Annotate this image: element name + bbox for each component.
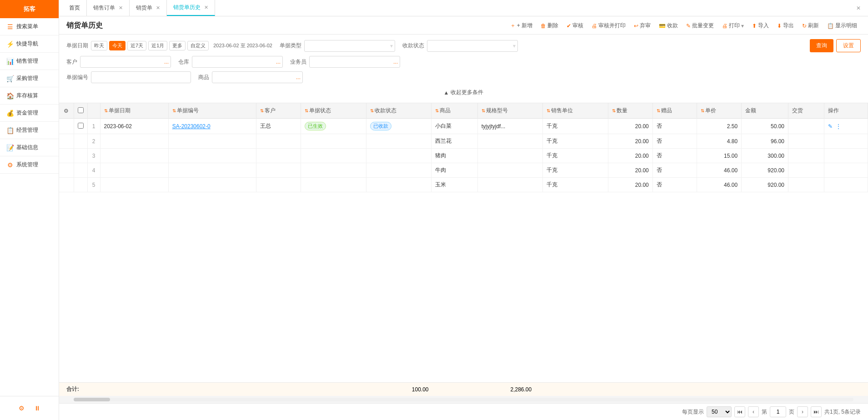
pay-status-input[interactable] (429, 40, 513, 51)
docno-link-0[interactable]: SA-20230602-0 (172, 123, 211, 130)
row-select-checkbox[interactable] (78, 123, 84, 129)
row-checkbox-1[interactable] (74, 134, 87, 149)
new-icon: ＋ (510, 22, 516, 30)
sidebar-item-operation[interactable]: 📋 经营管理 (0, 122, 59, 139)
prev-page-button[interactable]: ‹ (748, 406, 759, 417)
tab-home[interactable]: 首页 (63, 0, 87, 16)
new-button[interactable]: ＋ + 新增 (507, 20, 536, 31)
warehouse-input[interactable] (194, 56, 276, 67)
row-docno-0[interactable]: SA-20230602-0 (168, 119, 256, 134)
col-unit[interactable]: ⇅销售单位 (543, 103, 608, 119)
docno-input[interactable] (91, 71, 191, 83)
row-checkbox-3[interactable] (74, 163, 87, 178)
sidebar-item-inventory[interactable]: 🏠 库存核算 (0, 87, 59, 105)
tab-sales-goods[interactable]: 销货单 ✕ (130, 0, 167, 16)
date-btn-custom[interactable]: 自定义 (187, 41, 209, 50)
warehouse-dotdot-btn[interactable]: ... (276, 59, 281, 65)
row-checkbox-4[interactable] (74, 178, 87, 192)
export-button[interactable]: ⬇ 导出 (773, 20, 798, 31)
row-docno-2[interactable] (168, 149, 256, 163)
next-page-button[interactable]: › (797, 406, 808, 417)
query-button[interactable]: 查询 (810, 39, 833, 52)
date-btn-today[interactable]: 今天 (109, 41, 125, 50)
col-customer[interactable]: ⇅客户 (256, 103, 301, 119)
basic-info-icon: 📝 (6, 144, 14, 151)
page-number-input[interactable] (770, 406, 786, 417)
show-detail-button[interactable]: 📋 显示明细 (823, 20, 861, 31)
row-docno-4[interactable] (168, 178, 256, 192)
col-settings[interactable]: ⚙ (59, 103, 74, 119)
col-doc-status[interactable]: ⇅单据状态 (301, 103, 366, 119)
sidebar-item-sys-mgmt[interactable]: ⚙ 系统管理 (0, 156, 59, 174)
tab-sales-goods-close[interactable]: ✕ (156, 5, 160, 11)
row-unit-0: 千克 (543, 119, 608, 134)
collect-button[interactable]: 💳 收款 (655, 20, 682, 31)
sidebar-item-finance[interactable]: 💰 资金管理 (0, 105, 59, 122)
audit-button[interactable]: ✔ 审核 (563, 20, 587, 31)
sidebar-item-quick-nav[interactable]: ⚡ 快捷导航 (0, 35, 59, 53)
print-button[interactable]: 🖨 打印 ▾ (718, 20, 748, 31)
salesman-dotdot-btn[interactable]: ... (393, 59, 398, 65)
tab-bar-close-all[interactable]: ✕ (853, 3, 864, 13)
sidebar-item-basic-info[interactable]: 📝 基础信息 (0, 139, 59, 156)
salesman-input[interactable] (311, 56, 393, 67)
import-button[interactable]: ⬆ 导入 (748, 20, 773, 31)
abandon-button[interactable]: ↩ 弃审 (630, 20, 654, 31)
row-actions-3 (824, 163, 868, 178)
tab-sales-order[interactable]: 销售订单 ✕ (87, 0, 130, 16)
row-detail-icon-0[interactable]: ⋮ (836, 123, 841, 130)
customer-dotdot-btn[interactable]: ... (164, 59, 169, 65)
delete-button[interactable]: 🗑 删除 (537, 20, 562, 31)
col-goods[interactable]: ⇅商品 (431, 103, 478, 119)
first-page-button[interactable]: ⏮ (734, 406, 745, 417)
doc-status-badge-0: 已生效 (305, 122, 326, 130)
tab-sales-history-close[interactable]: ✕ (204, 5, 208, 10)
sidebar-item-search-menu[interactable]: ☰ 搜索菜单 (0, 18, 59, 35)
data-table: ⚙ ⇅单据日期 ⇅单据编号 ⇅客户 ⇅单据状态 ⇅收款状态 ⇅商品 ⇅规格型号 … (59, 103, 868, 192)
col-spec[interactable]: ⇅规格型号 (477, 103, 543, 119)
col-pay-status[interactable]: ⇅收款状态 (366, 103, 431, 119)
refresh-icon: ↻ (802, 23, 807, 29)
row-docno-1[interactable] (168, 134, 256, 149)
col-actions: 操作 (824, 103, 868, 119)
date-btn-7days[interactable]: 近7天 (127, 41, 146, 50)
select-all-checkbox[interactable] (78, 107, 84, 113)
date-btn-1month[interactable]: 近1月 (148, 41, 167, 50)
sidebar-item-purchase-mgmt[interactable]: 🛒 采购管理 (0, 70, 59, 87)
col-price[interactable]: ⇅单价 (697, 103, 742, 119)
tab-sales-order-close[interactable]: ✕ (119, 5, 123, 11)
col-date[interactable]: ⇅单据日期 (100, 103, 168, 119)
col-docno[interactable]: ⇅单据编号 (168, 103, 256, 119)
import-icon: ⬆ (752, 23, 757, 29)
doc-type-input[interactable] (306, 40, 390, 51)
audit-print-button[interactable]: 🖨 审核并打印 (588, 20, 629, 31)
tab-sales-history[interactable]: 销货单历史 ✕ (167, 0, 215, 16)
goods-input[interactable] (214, 72, 296, 83)
col-gift[interactable]: ⇅赠品 (652, 103, 697, 119)
row-checkbox-0[interactable] (74, 119, 87, 134)
sidebar-bottom-settings[interactable]: ⚙ ⏸ (0, 400, 59, 416)
row-doc-status-4 (301, 178, 366, 192)
row-amount-3: 920.00 (742, 163, 788, 178)
col-qty[interactable]: ⇅数量 (608, 103, 653, 119)
row-checkbox-2[interactable] (74, 149, 87, 163)
filter-collapse-btn[interactable]: ▲ 收起更多条件 (440, 87, 487, 98)
goods-dotdot-btn[interactable]: ... (296, 74, 301, 80)
page-size-select[interactable]: 50 100 200 (707, 406, 732, 417)
horizontal-scrollbar-thumb[interactable] (74, 398, 110, 401)
row-customer-4 (256, 178, 301, 192)
last-page-button[interactable]: ⏭ (811, 406, 822, 417)
customer-input[interactable] (82, 56, 164, 67)
row-trade-3 (788, 163, 824, 178)
sidebar-item-sales-mgmt[interactable]: 📊 销售管理 (0, 53, 59, 70)
horizontal-scrollbar-track[interactable] (74, 398, 853, 401)
row-docno-3[interactable] (168, 163, 256, 178)
date-btn-more[interactable]: 更多 (169, 41, 186, 50)
row-num-3: 4 (87, 163, 100, 178)
date-btn-yesterday[interactable]: 昨天 (91, 41, 107, 50)
settings-button[interactable]: 设置 (836, 39, 861, 52)
row-settings-1 (59, 134, 74, 149)
batch-change-button[interactable]: ✎ 批量变更 (682, 20, 717, 31)
refresh-button[interactable]: ↻ 刷新 (798, 20, 823, 31)
row-edit-icon-0[interactable]: ✎ (828, 123, 833, 130)
